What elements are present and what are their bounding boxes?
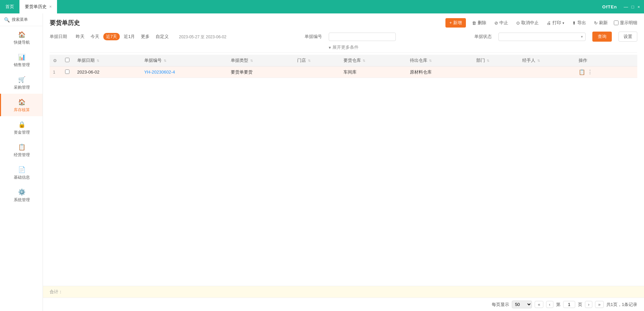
delete-button[interactable]: 🗑 删除 — [470, 18, 488, 27]
doc-no-link[interactable]: YH-20230602-4 — [144, 70, 175, 75]
sidebar-item-system[interactable]: ⚙️ 系统管理 — [0, 184, 43, 206]
col-checkbox — [62, 55, 74, 66]
cancel-stop-button[interactable]: ⊙ 取消中止 — [514, 18, 541, 27]
per-page-select[interactable]: 50 100 200 — [512, 301, 532, 308]
refresh-button[interactable]: ↻ 刷新 — [592, 18, 610, 27]
date-range-text: 2023-05-27 至 2023-06-02 — [179, 34, 226, 40]
select-all-checkbox[interactable] — [65, 58, 69, 62]
sort-req-warehouse-icon[interactable]: ⇅ — [363, 59, 365, 62]
search-menu-label: 搜索菜单 — [12, 17, 28, 23]
tab-close-icon[interactable]: × — [49, 4, 52, 9]
col-req-warehouse-label: 要货仓库 — [343, 58, 361, 63]
tab-purchase-history[interactable]: 要货单历史 × — [19, 0, 57, 13]
print-button[interactable]: 🖨 打印 ▾ — [545, 18, 566, 27]
finance-icon: 🔒 — [18, 121, 25, 128]
status-label: 单据状态 — [474, 34, 492, 40]
sidebar-item-label: 销售管理 — [14, 62, 30, 68]
date-option-last7days[interactable]: 近7天 — [103, 33, 120, 40]
col-req-warehouse: 要货仓库 ⇅ — [340, 55, 407, 66]
col-actions: 操作 — [575, 55, 637, 66]
expand-more-label: 展开更多条件 — [332, 44, 359, 50]
status-select-wrapper — [498, 33, 586, 41]
row-checkbox[interactable] — [65, 70, 69, 74]
page-total: 共1页，1条记录 — [606, 302, 637, 308]
cancel-stop-label: 取消中止 — [521, 20, 539, 26]
col-date-label: 单据日期 — [77, 58, 95, 63]
export-button[interactable]: ⬆ 导出 — [570, 18, 588, 27]
window-minimize-btn[interactable]: — — [624, 4, 628, 9]
display-detail-label: 显示明细 — [620, 20, 637, 26]
display-detail-checkbox[interactable] — [614, 20, 619, 25]
brand-text: OfTEn — [599, 4, 621, 9]
search-button[interactable]: 查询 — [592, 32, 612, 42]
doc-number-input[interactable] — [329, 33, 396, 41]
first-page-btn[interactable]: « — [535, 301, 543, 308]
sidebar-item-purchase[interactable]: 🛒 采购管理 — [0, 71, 43, 94]
status-input[interactable] — [498, 33, 586, 41]
tab-home[interactable]: 首页 — [0, 0, 19, 13]
row-store — [294, 66, 340, 78]
window-close-btn[interactable]: × — [637, 4, 640, 9]
sidebar-item-label: 资金管理 — [14, 130, 30, 135]
sidebar-item-basic-info[interactable]: 📄 基础信息 — [0, 161, 43, 184]
toolbar: + 新增 🗑 删除 ⊘ 中止 ⊙ 取消中止 🖨 打印 ▾ — [445, 18, 637, 28]
row-more-icon[interactable]: ⋮ — [587, 69, 593, 75]
col-date: 单据日期 ⇅ — [74, 55, 141, 66]
date-option-last1month[interactable]: 近1月 — [122, 33, 137, 40]
sort-pending-warehouse-icon[interactable]: ⇅ — [429, 59, 432, 62]
top-bar: 首页 要货单历史 × OfTEn — □ × — [0, 0, 644, 13]
system-icon: ⚙️ — [18, 188, 25, 196]
sidebar-item-sales[interactable]: 📊 销售管理 — [0, 49, 43, 71]
add-button[interactable]: + 新增 — [445, 18, 466, 28]
page-number-input[interactable] — [563, 301, 575, 308]
sort-handler-icon[interactable]: ⇅ — [537, 59, 540, 62]
sidebar-item-finance[interactable]: 🔒 资金管理 — [0, 116, 43, 139]
col-handler: 经手人 ⇅ — [519, 55, 575, 66]
main-layout: 🔍 搜索菜单 🏠 快捷导航 📊 销售管理 🛒 采购管理 🏠 库存核算 🔒 资金管… — [0, 13, 644, 311]
sort-date-icon[interactable]: ⇅ — [97, 59, 99, 62]
search-menu-item[interactable]: 🔍 搜索菜单 — [0, 13, 43, 26]
home-icon: 🏠 — [18, 31, 25, 38]
refresh-icon: ↻ — [594, 20, 598, 26]
date-option-custom[interactable]: 自定义 — [154, 33, 171, 40]
stop-label: 中止 — [499, 20, 508, 26]
row-date: 2023-06-02 — [74, 66, 141, 78]
settings-button[interactable]: 设置 — [619, 32, 637, 42]
purchase-icon: 🛒 — [18, 76, 25, 83]
data-table: ⚙ 单据日期 ⇅ 单据编号 ⇅ — [50, 55, 637, 78]
stop-button[interactable]: ⊘ 中止 — [492, 18, 510, 27]
sort-department-icon[interactable]: ⇅ — [487, 59, 489, 62]
last-page-btn[interactable]: » — [595, 301, 603, 308]
footer-summary: 合计： — [43, 286, 644, 298]
row-edit-icon[interactable]: 📋 — [579, 69, 585, 75]
sidebar-item-inventory[interactable]: 🏠 库存核算 — [0, 94, 43, 116]
display-detail-toggle[interactable]: 显示明细 — [614, 20, 637, 26]
filter-area: 单据日期 昨天 今天 近7天 近1月 更多 自定义 2023-05-27 至 2… — [43, 28, 644, 55]
col-doc-type-label: 单据类型 — [231, 58, 248, 63]
window-maximize-btn[interactable]: □ — [632, 4, 634, 9]
page-label: 页 — [578, 302, 582, 308]
search-icon: 🔍 — [4, 17, 10, 23]
date-option-today[interactable]: 今天 — [89, 33, 101, 40]
export-label: 导出 — [577, 20, 586, 26]
sidebar-item-operations[interactable]: 📋 经营管理 — [0, 139, 43, 161]
stop-icon: ⊘ — [494, 20, 498, 26]
col-settings[interactable]: ⚙ — [50, 55, 62, 66]
prev-page-btn[interactable]: ‹ — [546, 301, 553, 308]
expand-more-btn[interactable]: ▾ 展开更多条件 — [50, 44, 637, 50]
sort-doc-no-icon[interactable]: ⇅ — [164, 59, 166, 62]
settings-gear-icon[interactable]: ⚙ — [53, 58, 57, 63]
tab-purchase-history-label: 要货单历史 — [25, 4, 47, 10]
date-option-more[interactable]: 更多 — [139, 33, 152, 40]
date-option-yesterday[interactable]: 昨天 — [74, 33, 87, 40]
col-pending-warehouse-label: 待出仓库 — [410, 58, 427, 63]
sidebar-item-label: 基础信息 — [14, 175, 30, 180]
sidebar-item-quick-nav[interactable]: 🏠 快捷导航 — [0, 26, 43, 49]
next-page-btn[interactable]: › — [585, 301, 592, 308]
sort-store-icon[interactable]: ⇅ — [308, 59, 311, 62]
page-header: 要货单历史 + 新增 🗑 删除 ⊘ 中止 ⊙ 取消中止 🖨 打印 — [43, 13, 644, 28]
sort-doc-type-icon[interactable]: ⇅ — [250, 59, 253, 62]
col-actions-label: 操作 — [579, 58, 587, 63]
row-req-warehouse: 车间库 — [340, 66, 407, 78]
sidebar-item-label: 系统管理 — [14, 197, 30, 203]
